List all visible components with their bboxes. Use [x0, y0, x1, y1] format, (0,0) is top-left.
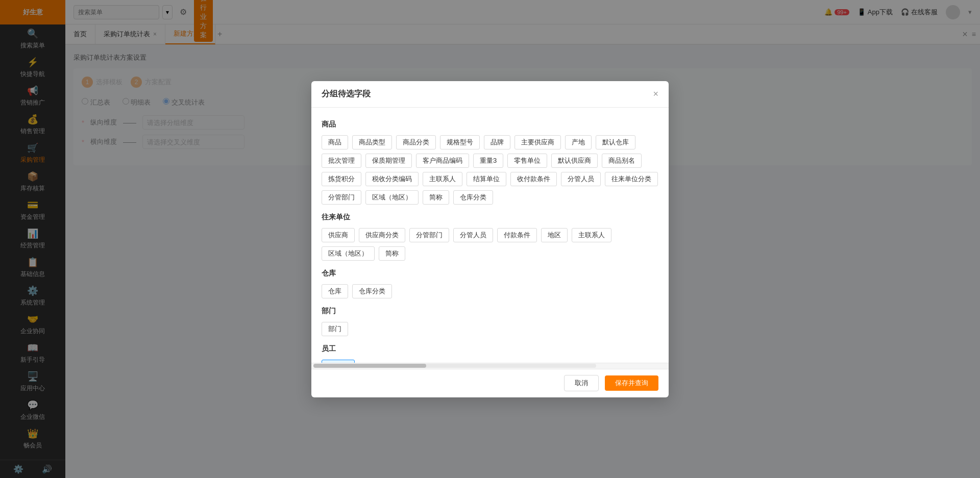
section-partner-title: 往来单位 [322, 213, 658, 222]
hscroll-thumb [313, 364, 426, 368]
tag-person-mgmt[interactable]: 分管人员 [453, 228, 493, 242]
tag-pick-points[interactable]: 拣货积分 [322, 172, 361, 186]
tag-goods-type[interactable]: 商品类型 [352, 135, 392, 149]
tag-main-supplier[interactable]: 主要供应商 [514, 135, 561, 149]
tag-warehouse-cat[interactable]: 仓库分类 [352, 284, 392, 298]
tag-group-dept: 部门 [322, 322, 658, 336]
tag-brand[interactable]: 品牌 [484, 135, 510, 149]
cancel-button[interactable]: 取消 [564, 375, 599, 391]
hscroll-bar [313, 364, 596, 368]
tag-default-supplier[interactable]: 默认供应商 [551, 154, 598, 168]
tag-area[interactable]: 地区 [541, 228, 568, 242]
tag-goods-alias[interactable]: 商品别名 [602, 154, 642, 168]
tag-region-goods[interactable]: 区域（地区） [365, 190, 419, 205]
section-warehouse-title: 仓库 [322, 269, 658, 278]
tag-region-partner[interactable]: 区域（地区） [322, 246, 375, 261]
confirm-button[interactable]: 保存并查询 [605, 375, 658, 391]
tag-group-partner: 供应商 供应商分类 分管部门 分管人员 付款条件 地区 主联系人 区域（地区） … [322, 228, 658, 261]
tag-tax-code[interactable]: 税收分类编码 [365, 172, 419, 186]
modal-body[interactable]: 商品 商品 商品类型 商品分类 规格型号 品牌 主要供应商 产地 默认仓库 批次… [311, 108, 669, 363]
tag-dept[interactable]: 部门 [322, 322, 348, 336]
modal-close-button[interactable]: × [653, 89, 658, 99]
tag-warehouse-category[interactable]: 仓库分类 [453, 190, 493, 205]
tag-payment-terms[interactable]: 收付款条件 [510, 172, 557, 186]
modal-title: 分组待选字段 [322, 89, 371, 99]
tag-main-contact2[interactable]: 主联系人 [572, 228, 611, 242]
tag-partner-category[interactable]: 往来单位分类 [605, 172, 658, 186]
modal-header: 分组待选字段 × [311, 81, 669, 108]
tag-payment-cond[interactable]: 付款条件 [497, 228, 537, 242]
section-employee-title: 员工 [322, 344, 658, 354]
tag-dept-mgmt[interactable]: 分管部门 [409, 228, 449, 242]
tag-default-warehouse[interactable]: 默认仓库 [596, 135, 635, 149]
tag-spec-model[interactable]: 规格型号 [440, 135, 480, 149]
tag-goods-category[interactable]: 商品分类 [396, 135, 436, 149]
tag-retail-unit[interactable]: 零售单位 [507, 154, 547, 168]
tag-supplier-category[interactable]: 供应商分类 [359, 228, 405, 242]
section-dept-title: 部门 [322, 307, 658, 316]
tag-group-goods: 商品 商品类型 商品分类 规格型号 品牌 主要供应商 产地 默认仓库 批次管理 … [322, 135, 658, 205]
tag-main-contact[interactable]: 主联系人 [423, 172, 462, 186]
tag-customer-code[interactable]: 客户商品编码 [416, 154, 469, 168]
tag-settlement-unit[interactable]: 结算单位 [467, 172, 506, 186]
modal-dialog: 分组待选字段 × 商品 商品 商品类型 商品分类 规格型号 品牌 主要供应商 产… [311, 81, 669, 397]
tag-manager[interactable]: 分管人员 [561, 172, 601, 186]
tag-abbr-partner[interactable]: 简称 [379, 246, 405, 261]
tag-warehouse[interactable]: 仓库 [322, 284, 348, 298]
tag-dept-charge[interactable]: 分管部门 [322, 190, 361, 205]
modal-hscroll [311, 363, 669, 369]
modal-footer: 取消 保存并查询 [311, 369, 669, 397]
tag-supplier[interactable]: 供应商 [322, 228, 355, 242]
section-goods-title: 商品 [322, 120, 658, 129]
tag-weight3[interactable]: 重量3 [473, 154, 503, 168]
tag-expiry-mgmt[interactable]: 保质期管理 [365, 154, 412, 168]
tag-abbr-goods[interactable]: 简称 [423, 190, 449, 205]
tag-group-warehouse: 仓库 仓库分类 [322, 284, 658, 298]
tag-goods[interactable]: 商品 [322, 135, 348, 149]
tag-origin[interactable]: 产地 [565, 135, 592, 149]
tag-batch-mgmt[interactable]: 批次管理 [322, 154, 361, 168]
